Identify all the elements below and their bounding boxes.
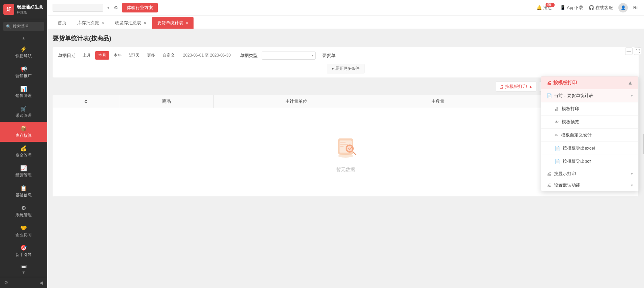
dropdown-item-template-preview[interactable]: 👁模板预览 (541, 116, 638, 129)
dropdown-close-button[interactable]: ▲ (627, 80, 633, 86)
dropdown-item-icon-template-print: 🖨 (555, 106, 559, 111)
table-col-quantity: 主数量 (379, 95, 497, 108)
dropdown-item-template-design[interactable]: ✏模板自定义设计 (541, 129, 638, 142)
table-col-unit: 主计量单位 (213, 95, 379, 108)
tab-collect-summary[interactable]: 收发存汇总表✕ (110, 17, 151, 29)
printer-icon: 🖨 (499, 84, 504, 89)
maximize-button[interactable]: ⛶ (634, 47, 641, 55)
dropdown-item-label-template-print: 模板打印 (562, 106, 579, 112)
sidebar-scroll-down[interactable]: ▼ (20, 269, 27, 276)
app-logo-text: 畅捷通好生意 标准版 (17, 4, 43, 15)
nav-icon-collab: 🤝 (20, 225, 27, 231)
nav-label-marketing: 营销推广 (16, 73, 32, 79)
tab-batch-account[interactable]: 库存批次账✕ (72, 17, 109, 29)
dropdown-item-template-export-pdf[interactable]: 📄按模板导出pdf (541, 155, 638, 168)
dropdown-item-left-template-export-pdf: 📄按模板导出pdf (555, 158, 591, 164)
sidebar-item-appstore[interactable]: 🔲应用中心 (0, 261, 47, 268)
nav-icon-finance: 💰 (20, 145, 27, 152)
dropdown-subitem-set-default[interactable]: 🖨设置默认功能▾ (541, 180, 638, 191)
print-template-button[interactable]: 🖨 按模板打印 ▲ (496, 82, 536, 92)
tab-home[interactable]: 首页 (53, 17, 71, 29)
sidebar-item-collab[interactable]: 🤝企业协同 (0, 221, 47, 241)
svg-rect-7 (340, 146, 344, 147)
topbar-gear-icon[interactable]: ⚙ (114, 5, 118, 11)
subitem-left-set-default: 🖨设置默认功能 (547, 182, 580, 188)
expand-icon: ▾ (332, 66, 334, 71)
dropdown-printer-icon: 🖨 (547, 80, 551, 86)
subitem-arrow-display-print: ▾ (631, 171, 633, 176)
sidebar-item-operation[interactable]: 📈经营管理 (0, 162, 47, 182)
dropdown-current-template[interactable]: 📄 当前：要货单统计表 ▾ (541, 89, 638, 102)
topbar-chevron-icon[interactable]: ▾ (107, 5, 110, 10)
resize-handle[interactable] (643, 134, 644, 154)
date-btn-current_month[interactable]: 本月 (95, 51, 109, 60)
topbar-search-input[interactable] (53, 4, 103, 12)
sidebar-item-basic[interactable]: 📋基础信息 (0, 182, 47, 201)
sidebar: 好 畅捷通好生意 标准版 🔍 搜索菜单 ▲ ⚡快捷导航📢营销推广📊销售管理🛒采购… (0, 0, 47, 288)
sidebar-item-finance[interactable]: 💰资金管理 (0, 142, 47, 162)
nav-icon-appstore: 🔲 (20, 264, 27, 268)
tab-label-collect-summary: 收发存汇总表 (115, 20, 141, 26)
window-controls: — ⛶ (625, 47, 641, 55)
sidebar-logo: 好 畅捷通好生意 标准版 (0, 0, 47, 19)
date-range-display: 2023-06-01 至 2023-06-30 (183, 53, 231, 58)
dropdown-item-icon-template-design: ✏ (555, 133, 558, 138)
user-avatar[interactable]: 👤 (618, 3, 628, 12)
online-service-button[interactable]: 🎧 在线客服 (589, 5, 613, 11)
dropdown-item-template-export-excel[interactable]: 📄按模板导出excel (541, 142, 638, 155)
svg-point-0 (338, 154, 353, 158)
notification-button[interactable]: 🔔 消息 99+ (536, 5, 552, 11)
sidebar-item-sales[interactable]: 📊销售管理 (0, 82, 47, 102)
username-label[interactable]: Rit (633, 5, 639, 10)
expand-more-conditions-button[interactable]: ▾ 展开更多条件 (327, 64, 364, 73)
headset-icon: 🎧 (589, 5, 594, 10)
sidebar-item-inventory[interactable]: 📦库存核算 (0, 122, 47, 142)
search-icon: 🔍 (6, 24, 11, 29)
tab-order-stats[interactable]: 要货单统计表✕ (152, 17, 194, 29)
date-btn-last_7days[interactable]: 近7天 (126, 51, 143, 60)
doc-type-select[interactable] (262, 52, 316, 60)
svg-point-4 (347, 146, 352, 151)
nav-label-sales: 销售管理 (16, 93, 32, 99)
tab-close-batch-account[interactable]: ✕ (101, 21, 104, 25)
dropdown-item-left-template-preview: 👁模板预览 (555, 119, 579, 125)
subitem-label-display-print: 按显示打印 (554, 171, 576, 177)
yaohuo-label: 要货单 (322, 53, 335, 59)
collapse-icon[interactable]: ◀ (39, 280, 43, 285)
table-col-product: 商品 (120, 95, 213, 108)
dropdown-item-label-template-export-pdf: 按模板导出pdf (563, 158, 591, 164)
dropdown-item-icon-template-export-pdf: 📄 (555, 159, 560, 164)
trial-industry-button[interactable]: 体验行业方案 (122, 3, 158, 12)
dropdown-item-template-print[interactable]: 🖨模板打印 (541, 102, 638, 116)
date-btn-more[interactable]: 更多 (144, 51, 158, 60)
dropdown-subitem-display-print[interactable]: 🖨按显示打印▾ (541, 168, 638, 180)
settings-icon[interactable]: ⚙ (4, 280, 8, 285)
nav-icon-purchase: 🛒 (20, 105, 27, 112)
nav-label-purchase: 采购管理 (16, 113, 32, 119)
sidebar-item-quick-nav[interactable]: ⚡快捷导航 (0, 42, 47, 62)
page-content: 要货单统计表(按商品) 单据日期 上月本月本年近7天更多自定义 2023-06-… (47, 29, 644, 288)
nav-icon-quick-nav: ⚡ (20, 46, 27, 52)
table-col-settings[interactable]: ⚙ (53, 95, 120, 108)
app-download-button[interactable]: 📱 App下载 (560, 5, 583, 11)
date-buttons-group: 上月本月本年近7天更多自定义 (80, 51, 178, 60)
sidebar-item-system[interactable]: ⚙系统管理 (0, 201, 47, 221)
subitem-arrow-set-default: ▾ (631, 183, 633, 188)
tab-close-collect-summary[interactable]: ✕ (143, 21, 146, 25)
sidebar-item-purchase[interactable]: 🛒采购管理 (0, 102, 47, 122)
sidebar-scroll-up[interactable]: ▲ (20, 34, 27, 42)
sidebar-item-guide[interactable]: 🎯新手引导 (0, 241, 47, 261)
date-btn-custom[interactable]: 自定义 (159, 51, 178, 60)
date-btn-current_year[interactable]: 本年 (111, 51, 125, 60)
doc-type-select-wrapper: ▾ (262, 52, 316, 60)
search-menu-button[interactable]: 🔍 搜索菜单 (3, 22, 44, 31)
tab-close-order-stats[interactable]: ✕ (185, 21, 188, 25)
sidebar-search-container: 🔍 搜索菜单 (0, 19, 47, 34)
nav-label-basic: 基础信息 (16, 192, 32, 198)
tab-label-order-stats: 要货单统计表 (157, 20, 183, 26)
nav-icon-basic: 📋 (20, 185, 27, 191)
sidebar-item-marketing[interactable]: 📢营销推广 (0, 62, 47, 82)
date-btn-prev_month[interactable]: 上月 (80, 51, 94, 60)
minimize-button[interactable]: — (625, 47, 633, 55)
dropdown-item-icon-template-export-excel: 📄 (555, 146, 560, 151)
